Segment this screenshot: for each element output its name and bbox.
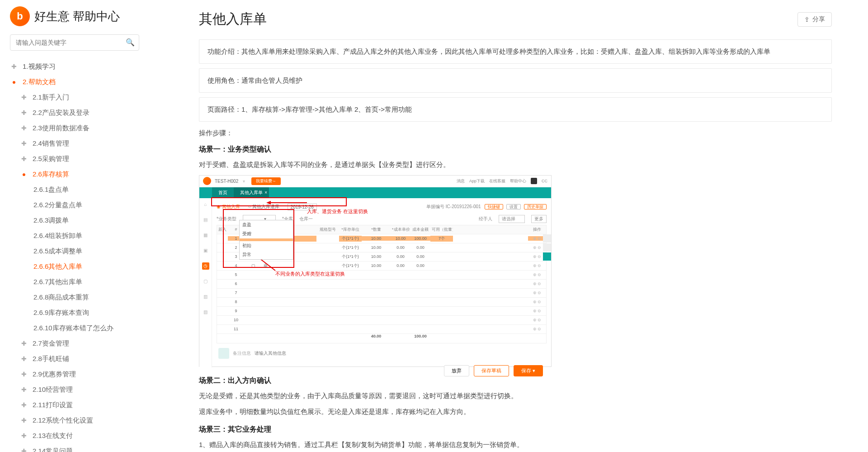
th-amt: 成本金额: [410, 227, 430, 233]
nav-help-docs[interactable]: ●2.帮助文档: [10, 77, 139, 87]
table-row[interactable]: 4▢商个(1*1个)10.000.000.00⊕ ⊖: [217, 262, 546, 271]
tool-icon[interactable]: [543, 234, 551, 243]
filter-handler-label: 经手人: [479, 216, 492, 222]
scene3-text1: 1、赠品入库的商品直接转为销售。通过工具栏【复制/复制为销货单】功能，将单据信息…: [199, 439, 832, 451]
doc-icon[interactable]: ▤: [202, 216, 209, 224]
mock-upgrade-button[interactable]: 我要续费～: [251, 177, 281, 185]
table-sum-row: 40.00 100.00: [217, 334, 546, 343]
nav-2-1[interactable]: ✚2.1新手入门: [10, 92, 139, 102]
nav-2-6-6[interactable]: 2.6.6其他入库单: [10, 262, 139, 271]
nav-2-12[interactable]: ✚2.12系统个性化设置: [10, 415, 139, 425]
dd-item-0[interactable]: 盘盈: [240, 220, 293, 229]
mock-account: TEST-H002: [215, 179, 238, 184]
nav-video-learning[interactable]: ✚1.视频学习: [10, 62, 139, 71]
nav-2-10[interactable]: ✚2.10经营管理: [10, 385, 139, 395]
sum-qty: 40.00: [362, 334, 391, 343]
dd-item-3[interactable]: 初始: [240, 241, 293, 250]
mock-remark-row: 备注信息: [217, 343, 547, 363]
brand: b 好生意 帮助中心: [10, 6, 139, 26]
cart-icon[interactable]: ▧: [202, 309, 209, 316]
annotation-text-1: 入库、退货业务 在这里切换: [307, 208, 368, 215]
nav-label: 2.6库存核算: [33, 169, 69, 179]
mock-link-service[interactable]: 在线客服: [489, 178, 505, 184]
mock-link-help[interactable]: 帮助中心: [510, 178, 526, 184]
mock-save-draft-button[interactable]: 保存草稿: [474, 365, 509, 376]
nav-2-6-9[interactable]: 2.6.9库存账本查询: [10, 308, 139, 318]
nav-2-11[interactable]: ✚2.11打印设置: [10, 400, 139, 410]
mock-pill-history[interactable]: 历史单据: [524, 204, 547, 209]
filter-handler-select[interactable]: 请选择: [499, 215, 525, 223]
filter-more-button[interactable]: 更多: [531, 215, 547, 223]
dd-item-1[interactable]: 受赠: [240, 229, 293, 238]
tool-icon[interactable]: [543, 252, 551, 261]
mock-user: CC: [542, 179, 547, 183]
tool-icon[interactable]: [543, 243, 551, 252]
nav-2-6-2[interactable]: 2.6.2分量盘点单: [10, 200, 139, 210]
nav-2-13[interactable]: ✚2.13在线支付: [10, 431, 139, 441]
scene1-text: 对于受赠、盘盈或是拆装入库等不同的业务，是通过单据头【业务类型】进行区分。: [199, 159, 832, 171]
scene2-text2: 退库业务中，明细数量均以负值红色展示。无论是入库还是退库，库存账均记在入库方向。: [199, 406, 832, 418]
nav-2-6-3[interactable]: 2.6.3调拨单: [10, 215, 139, 225]
nav-2-6-10[interactable]: 2.6.10库存账本错了怎么办: [10, 323, 139, 333]
table-row: 9⊕ ⊖: [217, 307, 546, 316]
nav-2-6-4[interactable]: 2.6.4组装拆卸单: [10, 231, 139, 241]
logo-letter: b: [17, 10, 23, 22]
mock-link-msg[interactable]: 消息: [457, 178, 465, 184]
chart-icon[interactable]: ▥: [202, 293, 209, 300]
home-icon[interactable]: ⌂: [202, 201, 209, 208]
mock-content: ◉ 其他入库 ○ 其他入库退库 2019-12-26 单据编号 IC-20191…: [212, 198, 551, 367]
plus-icon: ✚: [20, 124, 28, 132]
plus-icon: ✚: [20, 355, 28, 363]
nav-label: 2.12系统个性化设置: [33, 415, 93, 425]
mock-pill-shortcut[interactable]: 快捷键: [485, 204, 503, 209]
nav-2-6-7[interactable]: 2.6.7其他出库单: [10, 277, 139, 287]
mock-save-button[interactable]: 保存 ▾: [514, 365, 543, 376]
plus-icon: ✚: [20, 109, 28, 117]
nav-2-3[interactable]: ✚2.3使用前数据准备: [10, 123, 139, 133]
mock-logo-icon: [203, 177, 211, 185]
steps-label: 操作步骤：: [199, 129, 832, 138]
mock-tab-current[interactable]: 其他入库单×: [234, 187, 269, 198]
mock-pill-settings[interactable]: 设置: [506, 204, 521, 209]
search-input[interactable]: [10, 34, 139, 51]
nav-2-9[interactable]: ✚2.9优惠券管理: [10, 369, 139, 379]
close-icon[interactable]: ×: [264, 187, 267, 198]
nav-2-6-8[interactable]: 2.6.8商品成本重算: [10, 292, 139, 302]
mock-meta-right: 单据编号 IC-20191226-001 快捷键 设置 历史单据: [426, 204, 547, 210]
plus-icon: ✚: [20, 385, 28, 394]
calendar-icon[interactable]: ▣: [202, 247, 209, 254]
nav-label: 2.4销售管理: [33, 138, 69, 148]
remark-input[interactable]: [255, 351, 545, 356]
cube-icon[interactable]: ▦: [202, 232, 209, 239]
nav-2-6-1[interactable]: 2.6.1盘点单: [10, 185, 139, 195]
radio-label: 其他入库退库: [252, 204, 279, 209]
mock-link-app[interactable]: App下载: [469, 178, 485, 184]
search-icon[interactable]: 🔍: [126, 38, 135, 47]
nav-2-6[interactable]: ●2.6库存核算: [10, 169, 139, 179]
path-box: 页面路径：1、库存核算->库存管理->其他入库单 2、首页->常用功能: [199, 97, 832, 122]
annotation-text-2: 不同业务的入库类型在这里切换: [275, 271, 345, 277]
mock-docno: IC-20191226-001: [446, 204, 481, 209]
clock-icon[interactable]: ◷: [202, 262, 209, 270]
dd-item-4[interactable]: 异常: [240, 250, 293, 259]
scene3-title: 场景三：其它业务处理: [199, 425, 832, 434]
mock-tab-home[interactable]: 首页: [212, 187, 234, 198]
th-avail: 可用（批量）: [430, 227, 453, 233]
nav-2-4[interactable]: ✚2.4销售管理: [10, 138, 139, 148]
intro-box: 功能介绍：其他入库单用来处理除采购入库、产成品入库之外的其他入库业务，因此其他入…: [199, 39, 832, 64]
nav-2-14[interactable]: ✚2.14常见问题: [10, 446, 139, 452]
mock-radio-row: ◉ 其他入库 ○ 其他入库退库 2019-12-26: [217, 202, 317, 212]
bag-icon[interactable]: ▢: [202, 278, 209, 285]
brand-title: 好生意 帮助中心: [34, 9, 120, 24]
nav-2-5[interactable]: ✚2.5采购管理: [10, 154, 139, 164]
nav-2-6-5[interactable]: 2.6.5成本调整单: [10, 246, 139, 256]
mock-radio-return[interactable]: ○ 其他入库退库: [248, 204, 279, 210]
nav-2-8[interactable]: ✚2.8手机旺铺: [10, 354, 139, 364]
mock-radio-in[interactable]: ◉ 其他入库: [217, 204, 240, 210]
share-button[interactable]: ⇪分享: [797, 12, 832, 27]
nav-2-2[interactable]: ✚2.2产品安装及登录: [10, 108, 139, 118]
table-row: 7⊕ ⊖: [217, 289, 546, 298]
mock-discard-button[interactable]: 放弃: [444, 365, 469, 376]
nav-2-7[interactable]: ✚2.7资金管理: [10, 338, 139, 348]
remark-label: 备注信息: [233, 350, 251, 357]
